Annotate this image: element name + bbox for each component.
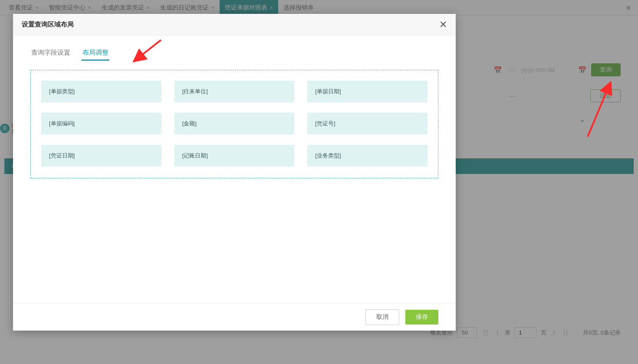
modal-footer: 取消 保存 [13,303,456,331]
layout-chip[interactable]: [金额] [174,113,295,134]
cancel-button[interactable]: 取消 [365,309,399,325]
modal-title: 设置查询区域布局 [22,20,74,29]
modal-body: 查询字段设置 布局调整 [单据类型] [往来单位] [单据日期] [单据编码] … [13,36,456,303]
layout-chip[interactable]: [凭证日期] [41,145,161,167]
tab-layout-adjust[interactable]: 布局调整 [82,46,109,61]
layout-chip[interactable]: [凭证号] [307,113,428,134]
tab-query-fields[interactable]: 查询字段设置 [30,46,71,61]
layout-settings-modal: 设置查询区域布局 ✕ 查询字段设置 布局调整 [单据类型] [往来单位] [单据… [13,14,456,331]
close-icon[interactable]: ✕ [439,19,447,30]
layout-chip[interactable]: [记账日期] [174,145,295,167]
layout-chip[interactable]: [单据日期] [307,81,428,102]
save-button[interactable]: 保存 [405,310,438,325]
layout-grid: [单据类型] [往来单位] [单据日期] [单据编码] [金额] [凭证号] [… [30,70,438,178]
layout-chip[interactable]: [业务类型] [307,145,428,167]
modal-header: 设置查询区域布局 ✕ [13,14,456,36]
layout-chip[interactable]: [单据类型] [41,81,161,102]
layout-chip[interactable]: [单据编码] [41,113,161,134]
layout-chip[interactable]: [往来单位] [174,81,295,102]
modal-tabs: 查询字段设置 布局调整 [30,46,438,61]
